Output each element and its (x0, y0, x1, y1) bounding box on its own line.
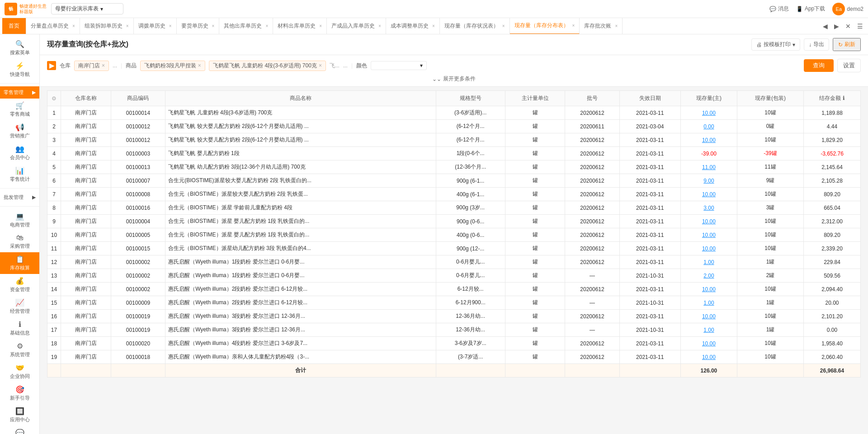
sidebar-item-guide[interactable]: 🎯 新手引导 (0, 382, 39, 404)
tab-close-all[interactable]: ✕ (843, 23, 854, 30)
tab-close-11[interactable]: × (615, 24, 618, 28)
message-btn[interactable]: 💬 消息 (769, 5, 789, 13)
row-qty-main[interactable]: 10.00 (680, 228, 737, 242)
user-avatar[interactable]: Ea demo2 (832, 3, 863, 15)
row-spec: 0-6月婴儿... (436, 269, 505, 283)
product-tag-2[interactable]: 飞鹤星飞帆 儿童奶粉 4段(3-6岁适用) 700克 × (209, 61, 326, 71)
row-warehouse: 南岸门店 (61, 269, 111, 283)
row-qty-pack: 10罐 (737, 188, 804, 201)
tab-close-4[interactable]: × (212, 24, 215, 28)
row-code: 00100003 (111, 147, 165, 160)
tab-11[interactable]: 库存批次账 × (580, 18, 623, 34)
sidebar-item-nav[interactable]: ⚡ 快捷导航 (0, 59, 39, 80)
sidebar-item-members[interactable]: 👥 会员中心 (0, 142, 39, 164)
sidebar-item-wechat[interactable]: 💬 企业微信 (0, 426, 39, 434)
filter-more-dots[interactable]: ... (113, 62, 117, 69)
row-spec: (3-6岁适用)... (436, 106, 505, 120)
tab-10[interactable]: 现存量（库存分布表） × (510, 18, 580, 34)
sidebar-item-purchase[interactable]: 🛍 采购管理 (0, 231, 39, 252)
sidebar-item-retail-store[interactable]: 🛒 零售商城 (0, 99, 39, 120)
expand-more-btn[interactable]: ⌄⌄ 展开更多条件 (47, 75, 861, 83)
row-qty-main[interactable]: 10.00 (680, 133, 737, 147)
color-dropdown[interactable]: ▾ (371, 61, 427, 70)
sidebar-item-collab[interactable]: 🤝 企业协同 (0, 361, 39, 382)
row-qty-main[interactable]: 10.00 (680, 215, 737, 228)
tab-close-7[interactable]: × (378, 24, 381, 28)
tab-close-6[interactable]: × (319, 24, 322, 28)
gear-icon[interactable]: ⚙ (52, 95, 57, 102)
logo-area: 畅 畅捷通好生意 标题版 (5, 3, 47, 15)
row-batch: 20200612 (565, 133, 620, 147)
tab-home[interactable]: 首页 (2, 18, 26, 34)
export-btn[interactable]: ↓ 导出 (804, 38, 829, 51)
filter-expand-btn[interactable]: ▶ (47, 61, 56, 70)
row-qty-main[interactable]: 10.00 (680, 242, 737, 255)
row-qty-main[interactable]: 1.00 (680, 296, 737, 310)
sidebar-item-marketing[interactable]: 📢 营销推广 (0, 120, 39, 142)
sidebar-item-ecommerce[interactable]: 💻 电商管理 (0, 209, 39, 231)
warehouse-tag-remove[interactable]: × (102, 62, 105, 69)
row-qty-main[interactable]: 10.00 (680, 310, 737, 323)
row-qty-main[interactable]: 0.00 (680, 120, 737, 133)
tab-close-3[interactable]: × (169, 24, 172, 28)
query-btn[interactable]: 查询 (804, 59, 834, 72)
tab-6[interactable]: 材料出库单历史 × (273, 18, 327, 34)
settings-btn[interactable]: 设置 (837, 59, 861, 72)
sidebar-item-finance[interactable]: 💰 资金管理 (0, 274, 39, 296)
row-qty-main[interactable]: 2.00 (680, 269, 737, 283)
app-download-btn[interactable]: 📱 App下载 (796, 5, 825, 13)
sidebar-item-base-info[interactable]: ℹ 基础信息 (0, 317, 39, 339)
sidebar-item-operations[interactable]: 📈 经营管理 (0, 296, 39, 317)
tab-menu[interactable]: ☰ (854, 23, 866, 30)
sidebar-item-search[interactable]: 🔍 搜索英单 (0, 37, 39, 59)
sidebar-item-retail-mgmt[interactable]: 零售管理 ▶ (0, 86, 39, 99)
product-tag-1-remove[interactable]: × (198, 62, 201, 69)
row-qty-main[interactable]: 1.00 (680, 323, 737, 337)
product-tag-2-remove[interactable]: × (319, 62, 322, 69)
row-amount: 2,312.00 (804, 215, 861, 228)
sidebar-item-system[interactable]: ⚙ 系统管理 (0, 339, 39, 361)
tab-9[interactable]: 现存量（库存状况表） × (440, 18, 510, 34)
tab-4[interactable]: 要货单历史 × (177, 18, 220, 34)
tab-close-5[interactable]: × (265, 24, 268, 28)
workspace-selector[interactable]: 母婴行业演示库表 ▾ (51, 3, 123, 14)
row-qty-main[interactable]: 1.00 (680, 255, 737, 269)
tab-5[interactable]: 其他出库单历史 × (219, 18, 273, 34)
tab-next[interactable]: ▶ (831, 23, 842, 30)
refresh-btn[interactable]: ↻ 刷新 (833, 38, 861, 51)
row-qty-main[interactable]: 9.00 (680, 174, 737, 188)
row-qty-main[interactable]: 3.00 (680, 201, 737, 215)
tab-prev[interactable]: ◀ (820, 23, 830, 30)
tab-close-1[interactable]: × (72, 24, 75, 28)
row-no: 10 (47, 228, 61, 242)
tab-close-2[interactable]: × (126, 24, 129, 28)
sidebar-section-retail: 零售管理 ▶ 🛒 零售商城 📢 营销推广 👥 会员中心 📊 零售统计 (0, 84, 39, 189)
logo-text: 畅捷通好生意 标题版 (19, 4, 47, 14)
row-qty-main[interactable]: 11.00 (680, 160, 737, 174)
row-qty-main[interactable]: 10.00 (680, 337, 737, 350)
tab-close-10[interactable]: × (572, 23, 575, 28)
tab-7[interactable]: 产成品入库单历史 × (327, 18, 386, 34)
tab-2[interactable]: 组装拆卸单历史 × (80, 18, 134, 34)
tab-8[interactable]: 成本调整单历史 × (386, 18, 440, 34)
row-warehouse: 南岸门店 (61, 242, 111, 255)
sidebar-item-inventory[interactable]: 📋 库存核算 (0, 252, 39, 274)
tab-1[interactable]: 分量盘点单历史 × (26, 18, 80, 34)
tab-close-9[interactable]: × (502, 24, 505, 28)
sidebar-item-retail-stats[interactable]: 📊 零售统计 (0, 164, 39, 185)
filter-more-dots2[interactable]: ... (343, 62, 348, 69)
operations-icon: 📈 (15, 298, 24, 307)
sidebar-item-apps[interactable]: 🔲 应用中心 (0, 404, 39, 426)
row-qty-main[interactable]: 10.00 (680, 106, 737, 120)
tab-3[interactable]: 调拨单历史 × (134, 18, 177, 34)
tab-close-8[interactable]: × (432, 24, 435, 28)
warehouse-tag[interactable]: 南岸门店 × (74, 61, 109, 71)
row-qty-main[interactable]: 10.00 (680, 188, 737, 201)
row-qty-main[interactable]: 10.00 (680, 283, 737, 296)
product-tag-1[interactable]: 飞鹤奶粉3段凡甲捏装 × (140, 61, 205, 71)
row-no: 15 (47, 296, 61, 310)
product-filter-more[interactable]: 飞... (330, 62, 340, 70)
sidebar-item-wholesale[interactable]: 批发管理 ▶ (0, 191, 39, 203)
template-print-btn[interactable]: 🖨 按模板打印 ▾ (751, 38, 800, 51)
row-qty-main[interactable]: 10.00 (680, 350, 737, 364)
